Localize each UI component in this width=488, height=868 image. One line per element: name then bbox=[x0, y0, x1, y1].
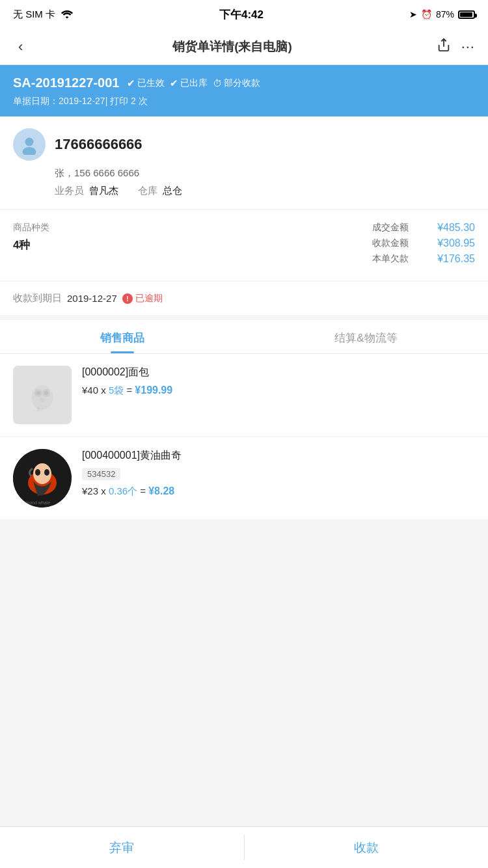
product-price-base-2: ¥23 bbox=[82, 485, 98, 496]
warehouse-meta: 仓库 总仓 bbox=[138, 185, 182, 197]
banner-date-info: 单据日期：2019-12-27| 打印 2 次 bbox=[13, 96, 475, 107]
bottom-bar: 弃审 收款 bbox=[0, 826, 488, 868]
overdue-section: 收款到期日 2019-12-27 ! 已逾期 bbox=[0, 282, 488, 315]
overdue-label: 收款到期日 bbox=[13, 292, 62, 305]
share-icon[interactable] bbox=[437, 38, 451, 55]
product-info-1: [0000002]面包 ¥40 x 5袋 = ¥199.99 bbox=[82, 366, 475, 397]
battery-label: 87% bbox=[436, 9, 454, 20]
product-equals-2: = bbox=[140, 485, 148, 496]
status-tag-effective: ✔ 已生效 bbox=[127, 77, 165, 89]
svg-point-2 bbox=[23, 147, 36, 155]
warehouse-label: 仓库 bbox=[138, 185, 157, 197]
product-list: 鱼+ [0000002]面包 ¥40 x 5袋 = ¥199.99 bbox=[0, 354, 488, 566]
product-type-count: 4种 bbox=[13, 239, 30, 251]
avatar bbox=[13, 128, 46, 161]
amount-label: 成交金额 bbox=[372, 222, 409, 234]
page-title: 销货单详情(来自电脑) bbox=[172, 38, 292, 55]
check-icon-1: ✔ bbox=[127, 77, 135, 89]
svg-point-13 bbox=[35, 469, 40, 476]
product-qty-1: 5袋 bbox=[109, 385, 124, 396]
status-bar: 无 SIM 卡 下午4:42 ➤ ⏰ 87% bbox=[0, 0, 488, 29]
received-label: 收款金额 bbox=[372, 237, 409, 249]
svg-point-8 bbox=[40, 398, 46, 402]
svg-point-14 bbox=[44, 469, 49, 476]
warehouse-name: 总仓 bbox=[163, 185, 182, 197]
product-price-2: ¥23 x 0.36个 = ¥8.28 bbox=[82, 485, 475, 498]
product-image-2: diamond whale bbox=[13, 449, 72, 508]
list-item: diamond whale [000400001]黄油曲奇 534532 ¥23… bbox=[0, 437, 488, 519]
product-info-2: [000400001]黄油曲奇 534532 ¥23 x 0.36个 = ¥8.… bbox=[82, 449, 475, 498]
location-icon: ➤ bbox=[409, 9, 417, 20]
nav-actions: ··· bbox=[437, 38, 475, 55]
customer-name-sub: 张，156 6666 6666 bbox=[13, 167, 475, 180]
overdue-date: 2019-12-27 bbox=[67, 293, 117, 304]
back-button[interactable]: ‹ bbox=[13, 33, 28, 61]
product-equals-1: = bbox=[126, 385, 135, 396]
amount-value: ¥485.30 bbox=[416, 222, 475, 234]
product-total-1: ¥199.99 bbox=[135, 385, 172, 396]
order-banner: SA-20191227-001 ✔ 已生效 ✔ 已出库 ⏱ 部分收款 单据日期：… bbox=[0, 65, 488, 116]
product-multiply-2: x bbox=[101, 485, 109, 496]
overdue-dot-icon: ! bbox=[122, 293, 133, 304]
tab-products[interactable]: 销售商品 bbox=[0, 320, 244, 353]
product-price-base-1: ¥40 bbox=[82, 385, 98, 396]
product-placeholder-1: 鱼+ bbox=[13, 366, 72, 424]
product-total-2: ¥8.28 bbox=[148, 485, 174, 496]
debt-value: ¥176.35 bbox=[416, 253, 475, 265]
status-tags: ✔ 已生效 ✔ 已出库 ⏱ 部分收款 bbox=[127, 77, 260, 89]
status-tag-partial: ⏱ 部分收款 bbox=[213, 77, 260, 89]
product-image-1: 鱼+ bbox=[13, 366, 72, 424]
cancel-button[interactable]: 弃审 bbox=[0, 827, 244, 868]
product-price-1: ¥40 x 5袋 = ¥199.99 bbox=[82, 385, 475, 397]
tab-settlement[interactable]: 结算&物流等 bbox=[244, 320, 488, 353]
sales-name: 曾凡杰 bbox=[89, 185, 118, 197]
debt-row: 本单欠款 ¥176.35 bbox=[372, 253, 475, 265]
svg-text:鱼+: 鱼+ bbox=[36, 407, 44, 411]
svg-point-3 bbox=[32, 385, 53, 410]
product-name-2: [000400001]黄油曲奇 bbox=[82, 449, 475, 463]
clock-icon: ⏱ bbox=[213, 78, 222, 88]
received-value: ¥308.95 bbox=[416, 237, 475, 249]
product-type-label: 商品种类 bbox=[13, 222, 49, 234]
overdue-badge: ! 已逾期 bbox=[122, 293, 163, 305]
stats-section: 商品种类 4种 成交金额 ¥485.30 收款金额 ¥308.95 本单欠款 ¥… bbox=[0, 210, 488, 280]
nav-bar: ‹ 销货单详情(来自电脑) ··· bbox=[0, 29, 488, 65]
svg-text:diamond whale: diamond whale bbox=[20, 500, 50, 505]
debt-label: 本单欠款 bbox=[372, 253, 409, 265]
customer-phone: 17666666666 bbox=[55, 136, 142, 153]
list-item: 鱼+ [0000002]面包 ¥40 x 5袋 = ¥199.99 bbox=[0, 354, 488, 436]
customer-meta: 业务员 曾凡杰 仓库 总仓 bbox=[13, 185, 475, 197]
carrier-label: 无 SIM 卡 bbox=[13, 8, 55, 21]
svg-point-7 bbox=[44, 391, 48, 395]
status-tag-shipped: ✔ 已出库 bbox=[170, 77, 208, 89]
wifi-icon bbox=[61, 8, 74, 21]
overdue-badge-text: 已逾期 bbox=[135, 293, 163, 305]
check-icon-2: ✔ bbox=[170, 77, 178, 89]
svg-point-6 bbox=[36, 391, 40, 395]
confirm-button[interactable]: 收款 bbox=[245, 827, 489, 868]
svg-point-1 bbox=[25, 138, 34, 146]
status-left: 无 SIM 卡 bbox=[13, 8, 74, 21]
product-name-1: [0000002]面包 bbox=[82, 366, 475, 379]
product-multiply-1: x bbox=[101, 385, 109, 396]
battery-icon bbox=[458, 10, 475, 19]
tabs-section: 销售商品 结算&物流等 bbox=[0, 320, 488, 354]
more-icon[interactable]: ··· bbox=[461, 38, 475, 55]
sales-label: 业务员 bbox=[55, 185, 84, 197]
product-type-stat: 商品种类 4种 bbox=[13, 222, 49, 252]
product-qty-2: 0.36个 bbox=[109, 485, 137, 496]
received-row: 收款金额 ¥308.95 bbox=[372, 237, 475, 249]
status-time: 下午4:42 bbox=[219, 7, 264, 22]
order-id: SA-20191227-001 bbox=[13, 75, 119, 90]
product-sku-badge-2: 534532 bbox=[82, 468, 120, 480]
amount-stats: 成交金额 ¥485.30 收款金额 ¥308.95 本单欠款 ¥176.35 bbox=[372, 222, 475, 269]
status-right: ➤ ⏰ 87% bbox=[409, 9, 475, 20]
alarm-icon: ⏰ bbox=[421, 9, 432, 20]
sales-meta: 业务员 曾凡杰 bbox=[55, 185, 118, 197]
amount-row: 成交金额 ¥485.30 bbox=[372, 222, 475, 234]
customer-section: 17666666666 张，156 6666 6666 业务员 曾凡杰 仓库 总… bbox=[0, 116, 488, 209]
